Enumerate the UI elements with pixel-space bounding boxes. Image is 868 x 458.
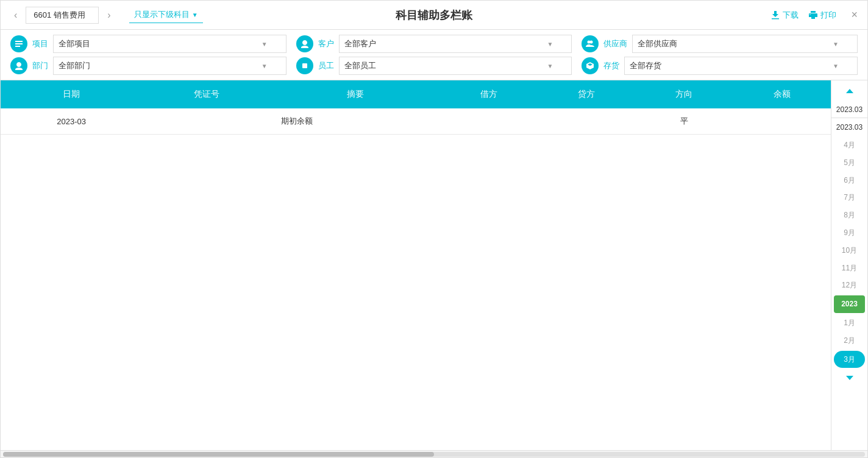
col-date: 日期: [1, 80, 142, 108]
svg-rect-2: [15, 46, 20, 47]
show-sub-arrow: ▼: [192, 12, 198, 18]
sidebar-month-5[interactable]: 5月: [831, 154, 867, 172]
project-select[interactable]: 全部项目 ▼: [53, 35, 286, 53]
department-label: 部门: [32, 60, 48, 71]
sidebar-up-arrow[interactable]: [831, 83, 867, 102]
print-button[interactable]: 打印: [808, 10, 836, 21]
bottom-scrollbar[interactable]: [1, 450, 867, 457]
customer-select-arrow: ▼: [547, 41, 553, 48]
page-title: 科目辅助多栏账: [396, 8, 472, 23]
filter-project: 项目 全部项目 ▼: [10, 35, 286, 53]
svg-rect-5: [302, 63, 307, 68]
sidebar-header-1: 2023.03: [831, 102, 867, 118]
cell-balance: [733, 108, 831, 135]
col-debit: 借方: [440, 80, 538, 108]
sidebar-month-1[interactable]: 1月: [831, 314, 867, 332]
col-direction: 方向: [635, 80, 733, 108]
sidebar-header-2: 2023.03: [831, 119, 867, 135]
department-select-arrow: ▼: [261, 63, 268, 69]
department-icon: [10, 57, 27, 74]
customer-label: 客户: [318, 38, 334, 49]
sidebar-month-6[interactable]: 6月: [831, 172, 867, 189]
sidebar-month-12[interactable]: 12月: [831, 277, 867, 294]
inventory-label: 存货: [603, 60, 619, 71]
cell-credit: [538, 108, 635, 135]
supplier-select[interactable]: 全部供应商 ▼: [632, 35, 858, 53]
sidebar-month-10[interactable]: 10月: [831, 242, 867, 259]
col-credit: 贷方: [538, 80, 635, 108]
employee-icon: [296, 57, 313, 74]
project-label: 项目: [32, 38, 48, 49]
prev-account-button[interactable]: ‹: [10, 9, 21, 22]
table-row: 2023-03 期初余额 平: [1, 108, 831, 135]
filter-customer: 客户 全部客户 ▼: [296, 35, 572, 53]
download-icon: [770, 10, 780, 20]
filter-inventory: 存货 全部存货 ▼: [582, 57, 858, 75]
department-select[interactable]: 全部部门 ▼: [53, 57, 286, 75]
sidebar-down-arrow[interactable]: [831, 369, 867, 388]
filter-row-1: 项目 全部项目 ▼ 客户 全部客户 ▼: [10, 35, 858, 53]
main-window: ‹ 6601 销售费用 › 只显示下级科目 ▼ 科目辅助多栏账 下载: [0, 0, 868, 458]
title-bar: ‹ 6601 销售费用 › 只显示下级科目 ▼ 科目辅助多栏账 下载: [1, 1, 867, 30]
cell-summary: 期初余额: [271, 108, 440, 135]
supplier-label: 供应商: [603, 38, 627, 49]
cell-date: 2023-03: [1, 108, 142, 135]
sidebar-timeline: 2023.03 2023.03 4月 5月 6月 7月 8月 9月 10月 11…: [831, 80, 867, 450]
sidebar-month-7[interactable]: 7月: [831, 189, 867, 206]
col-summary: 摘要: [271, 80, 440, 108]
cell-voucher: [142, 108, 271, 135]
inventory-icon: [582, 57, 599, 74]
project-select-arrow: ▼: [261, 41, 268, 48]
table-area[interactable]: 日期 凭证号 摘要 借方 贷方 方向 余额 2023-03 期初余额: [1, 80, 831, 450]
supplier-select-arrow: ▼: [833, 41, 839, 48]
customer-icon: [296, 35, 313, 52]
show-sub-toggle[interactable]: 只显示下级科目 ▼: [129, 7, 203, 23]
main-content: 日期 凭证号 摘要 借方 贷方 方向 余额 2023-03 期初余额: [1, 80, 867, 450]
project-icon: [10, 35, 27, 52]
filter-employee: 员工 全部员工 ▼: [296, 57, 572, 75]
filter-supplier: 供应商 全部供应商 ▼: [582, 35, 858, 53]
sidebar-month-9[interactable]: 9月: [831, 224, 867, 242]
download-button[interactable]: 下载: [770, 10, 799, 21]
inventory-select[interactable]: 全部存货 ▼: [624, 57, 858, 75]
sidebar-month-11[interactable]: 11月: [831, 259, 867, 277]
employee-label: 员工: [318, 60, 334, 71]
scroll-thumb: [3, 452, 434, 457]
account-label: 6601 销售费用: [26, 7, 99, 24]
cell-debit: [440, 108, 538, 135]
employee-select-arrow: ▼: [547, 63, 553, 69]
sidebar-month-4[interactable]: 4月: [831, 136, 867, 154]
table-header-row: 日期 凭证号 摘要 借方 贷方 方向 余额: [1, 80, 831, 108]
employee-select[interactable]: 全部员工 ▼: [339, 57, 572, 75]
close-button[interactable]: ×: [851, 9, 858, 21]
supplier-icon: [582, 35, 599, 52]
svg-rect-0: [15, 41, 23, 42]
filter-row-2: 部门 全部部门 ▼ 员工 全部员工 ▼: [10, 57, 858, 75]
sidebar-month-3-active[interactable]: 3月: [834, 351, 865, 368]
sidebar-year-badge: 2023: [834, 295, 865, 313]
title-bar-left: ‹ 6601 销售费用 › 只显示下级科目 ▼: [10, 7, 203, 24]
customer-select[interactable]: 全部客户 ▼: [339, 35, 572, 53]
svg-point-4: [590, 41, 593, 44]
filter-area: 项目 全部项目 ▼ 客户 全部客户 ▼: [1, 30, 867, 80]
sidebar-month-2[interactable]: 2月: [831, 332, 867, 350]
next-account-button[interactable]: ›: [104, 9, 114, 22]
svg-rect-1: [15, 43, 23, 44]
sidebar-month-8[interactable]: 8月: [831, 206, 867, 224]
col-balance: 余额: [733, 80, 831, 108]
cell-direction: 平: [635, 108, 733, 135]
scroll-track[interactable]: [3, 452, 865, 457]
print-icon: [808, 10, 818, 20]
col-voucher: 凭证号: [142, 80, 271, 108]
title-bar-right: 下载 打印 ×: [770, 9, 858, 21]
inventory-select-arrow: ▼: [833, 63, 839, 69]
data-table: 日期 凭证号 摘要 借方 贷方 方向 余额 2023-03 期初余额: [1, 80, 831, 135]
filter-department: 部门 全部部门 ▼: [10, 57, 286, 75]
